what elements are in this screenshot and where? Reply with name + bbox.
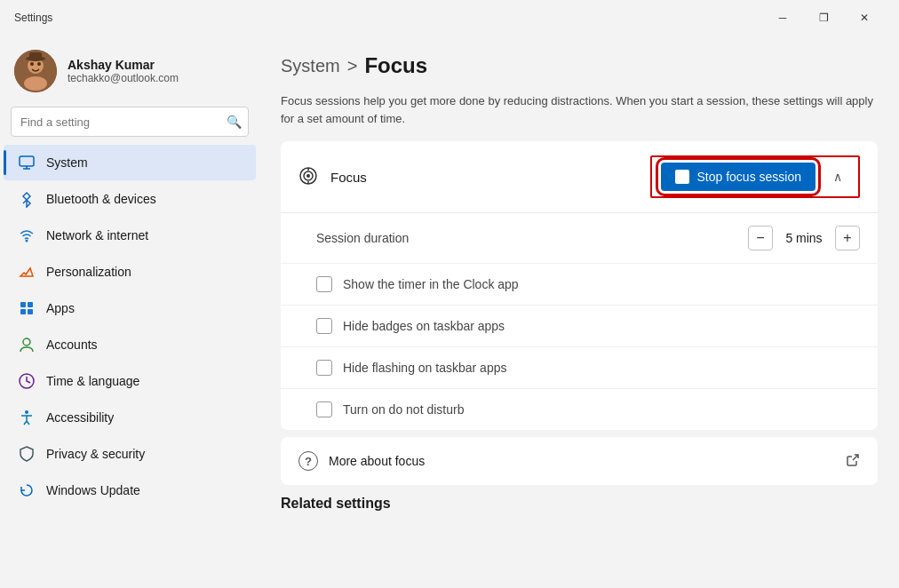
sidebar-item-time-label: Time & language (46, 374, 139, 388)
duration-control: − 5 mins + (748, 226, 860, 250)
focus-header: Focus Stop focus session ∧ (281, 141, 878, 213)
sidebar-item-accessibility-label: Accessibility (46, 410, 114, 425)
sidebar: Akshay Kumar techakko@outlook.com 🔍 Syst… (0, 36, 259, 588)
settings-window: Settings ─ ❐ ✕ (0, 0, 899, 588)
minimize-button[interactable]: ─ (762, 4, 803, 32)
window-title: Settings (14, 12, 762, 24)
user-info: Akshay Kumar techakko@outlook.com (68, 58, 179, 84)
external-link-icon (846, 453, 860, 470)
avatar (14, 50, 57, 92)
time-icon (18, 372, 36, 390)
accessibility-icon (18, 409, 36, 426)
more-about-label: More about focus (329, 454, 846, 468)
option-row-clock-timer: Show the timer in the Clock app (281, 264, 878, 306)
search-icon: 🔍 (227, 115, 242, 129)
related-settings: Related settings (281, 496, 878, 512)
option-row-dnd: Turn on do not disturb (281, 389, 878, 430)
sidebar-item-accessibility[interactable]: Accessibility (4, 400, 256, 435)
checkbox-row-flashing: Hide flashing on taskbar apps (316, 360, 506, 376)
more-about-card: ? More about focus (281, 437, 878, 485)
sidebar-item-privacy[interactable]: Privacy & security (4, 436, 256, 472)
focus-card: Focus Stop focus session ∧ Session durat… (281, 141, 878, 430)
sidebar-item-system[interactable]: System (4, 145, 256, 180)
svg-point-3 (30, 62, 34, 66)
svg-point-2 (24, 76, 47, 91)
svg-point-18 (25, 410, 28, 414)
sidebar-item-network[interactable]: Network & internet (4, 218, 256, 253)
session-duration-row: Session duration − 5 mins + (281, 213, 878, 264)
sidebar-item-update[interactable]: Windows Update (4, 473, 256, 508)
related-settings-title: Related settings (281, 496, 878, 512)
breadcrumb-parent: System (281, 56, 340, 76)
svg-point-4 (37, 62, 41, 66)
svg-rect-6 (29, 52, 42, 60)
option-row-hide-flashing: Hide flashing on taskbar apps (281, 347, 878, 389)
sidebar-item-bluetooth[interactable]: Bluetooth & devices (4, 181, 256, 217)
breadcrumb: System > Focus (281, 53, 878, 78)
main-content: System > Focus Focus sessions help you g… (259, 36, 899, 588)
sidebar-item-accounts-label: Accounts (46, 338, 98, 352)
checkbox-dnd[interactable] (316, 401, 332, 417)
breadcrumb-separator: > (347, 56, 358, 76)
checkbox-clock-timer[interactable] (316, 276, 332, 292)
option-hide-badges-label: Hide badges on taskbar apps (343, 319, 505, 333)
sidebar-item-time[interactable]: Time & language (4, 363, 256, 399)
duration-increase-button[interactable]: + (835, 226, 860, 250)
sidebar-item-accounts[interactable]: Accounts (4, 327, 256, 362)
bluetooth-icon (18, 190, 36, 208)
checkbox-hide-flashing[interactable] (316, 360, 332, 376)
svg-rect-15 (28, 309, 33, 314)
svg-point-11 (26, 240, 28, 242)
duration-value: 5 mins (782, 231, 826, 245)
search-box: 🔍 (11, 107, 249, 137)
focus-title: Focus (330, 170, 650, 185)
update-icon (18, 481, 36, 499)
app-content: Akshay Kumar techakko@outlook.com 🔍 Syst… (0, 36, 899, 588)
sidebar-item-personalization-label: Personalization (46, 265, 131, 279)
sidebar-item-update-label: Windows Update (46, 483, 140, 497)
close-button[interactable]: ✕ (844, 4, 885, 32)
checkbox-row-clock: Show the timer in the Clock app (316, 276, 519, 292)
page-description: Focus sessions help you get more done by… (281, 92, 876, 127)
checkbox-hide-badges[interactable] (316, 318, 332, 334)
system-icon (18, 154, 36, 171)
duration-decrease-button[interactable]: − (748, 226, 773, 250)
option-clock-timer-label: Show the timer in the Clock app (343, 277, 519, 291)
accounts-icon (18, 336, 36, 354)
user-email: techakko@outlook.com (68, 72, 179, 84)
sidebar-item-apps-label: Apps (46, 301, 75, 315)
avatar-image (14, 50, 57, 92)
sidebar-item-network-label: Network & internet (46, 228, 148, 242)
stop-focus-session-button[interactable]: Stop focus session (661, 163, 815, 191)
stop-icon (675, 170, 689, 184)
titlebar: Settings ─ ❐ ✕ (0, 0, 899, 36)
window-controls: ─ ❐ ✕ (762, 4, 885, 32)
help-icon: ? (298, 451, 318, 471)
option-row-hide-badges: Hide badges on taskbar apps (281, 306, 878, 347)
network-icon (18, 226, 36, 244)
svg-point-16 (23, 338, 30, 346)
apps-icon (18, 299, 36, 317)
sidebar-nav: System Bluetooth & devices Network & int… (0, 144, 259, 509)
sidebar-item-system-label: System (46, 155, 88, 170)
breadcrumb-current: Focus (364, 53, 427, 78)
sidebar-item-privacy-label: Privacy & security (46, 447, 145, 461)
session-duration-label: Session duration (316, 231, 737, 245)
svg-rect-14 (20, 309, 26, 314)
svg-rect-12 (20, 302, 26, 307)
sidebar-item-bluetooth-label: Bluetooth & devices (46, 192, 156, 206)
stop-session-box: Stop focus session ∧ (650, 155, 860, 198)
user-name: Akshay Kumar (68, 58, 179, 72)
focus-chevron-button[interactable]: ∧ (826, 163, 849, 191)
checkbox-row-badges: Hide badges on taskbar apps (316, 318, 505, 334)
checkbox-row-dnd: Turn on do not disturb (316, 401, 464, 417)
sidebar-item-personalization[interactable]: Personalization (4, 254, 256, 290)
search-input[interactable] (11, 107, 249, 137)
privacy-icon (18, 445, 36, 463)
focus-icon (298, 166, 320, 187)
sidebar-item-apps[interactable]: Apps (4, 290, 256, 326)
more-about-row[interactable]: ? More about focus (281, 437, 878, 485)
svg-rect-7 (20, 156, 34, 166)
user-profile: Akshay Kumar techakko@outlook.com (0, 36, 259, 103)
maximize-button[interactable]: ❐ (803, 4, 844, 32)
